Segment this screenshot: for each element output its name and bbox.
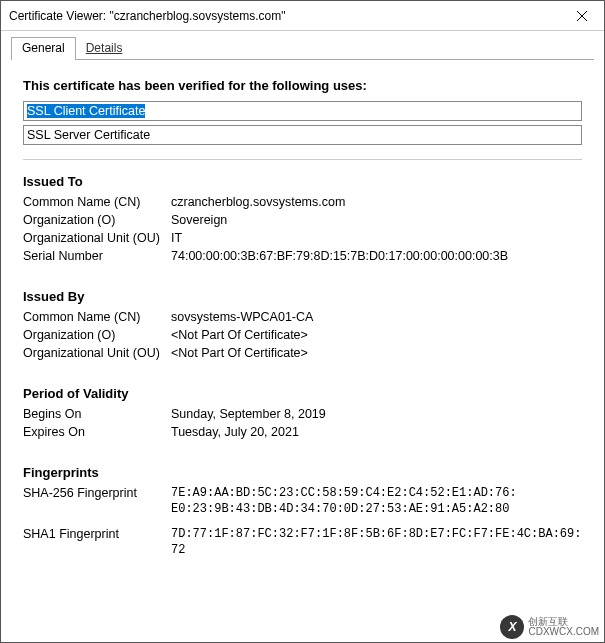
use-ssl-server-label: SSL Server Certificate [27,128,150,142]
tab-content-general: This certificate has been verified for t… [1,60,604,642]
window-title: Certificate Viewer: "czrancherblog.sovsy… [9,9,559,23]
issued-to-serial-row: Serial Number 74:00:00:00:3B:67:BF:79:8D… [23,249,582,263]
issued-to-serial-value: 74:00:00:00:3B:67:BF:79:8D:15:7B:D0:17:0… [171,249,582,263]
issued-to-o-value: Sovereign [171,213,582,227]
watermark-line2: CDXWCX.COM [528,627,599,637]
use-ssl-server[interactable]: SSL Server Certificate [23,125,582,145]
issued-by-ou-value: <Not Part Of Certificate> [171,346,582,360]
issued-to-cn-value: czrancherblog.sovsystems.com [171,195,582,209]
sha256-line2: E0:23:9B:43:DB:4D:34:70:0D:27:53:AE:91:A… [171,502,582,518]
sha1-row: SHA1 Fingerprint 7D:77:1F:87:FC:32:F7:1F… [23,527,582,558]
use-ssl-client[interactable]: SSL Client Certificate [23,101,582,121]
issued-to-o-row: Organization (O) Sovereign [23,213,582,227]
issued-by-o-row: Organization (O) <Not Part Of Certificat… [23,328,582,342]
verify-heading: This certificate has been verified for t… [23,78,582,93]
sha256-line1: 7E:A9:AA:BD:5C:23:CC:58:59:C4:E2:C4:52:E… [171,486,582,502]
sha256-label: SHA-256 Fingerprint [23,486,171,517]
issued-to-ou-value: IT [171,231,582,245]
sha1-label: SHA1 Fingerprint [23,527,171,558]
watermark-text-block: 创新互联 CDXWCX.COM [528,617,599,637]
issued-to-cn-label: Common Name (CN) [23,195,171,209]
issued-by-ou-row: Organizational Unit (OU) <Not Part Of Ce… [23,346,582,360]
validity-expires-row: Expires On Tuesday, July 20, 2021 [23,425,582,439]
validity-begins-label: Begins On [23,407,171,421]
issued-to-serial-label: Serial Number [23,249,171,263]
separator [23,159,582,160]
issued-by-o-label: Organization (O) [23,328,171,342]
close-icon [577,11,587,21]
titlebar: Certificate Viewer: "czrancherblog.sovsy… [1,1,604,31]
sha256-value: 7E:A9:AA:BD:5C:23:CC:58:59:C4:E2:C4:52:E… [171,486,582,517]
issued-to-heading: Issued To [23,174,582,189]
validity-heading: Period of Validity [23,386,582,401]
issued-to-ou-label: Organizational Unit (OU) [23,231,171,245]
tab-details[interactable]: Details [76,37,133,59]
issued-by-heading: Issued By [23,289,582,304]
validity-begins-value: Sunday, September 8, 2019 [171,407,582,421]
issued-by-cn-value: sovsystems-WPCA01-CA [171,310,582,324]
tab-general[interactable]: General [11,37,76,60]
issued-by-cn-label: Common Name (CN) [23,310,171,324]
validity-expires-value: Tuesday, July 20, 2021 [171,425,582,439]
tab-bar: General Details [1,31,604,59]
issued-to-ou-row: Organizational Unit (OU) IT [23,231,582,245]
issued-by-o-value: <Not Part Of Certificate> [171,328,582,342]
use-ssl-client-label: SSL Client Certificate [27,104,145,118]
fingerprints-heading: Fingerprints [23,465,582,480]
sha1-value: 7D:77:1F:87:FC:32:F7:1F:8F:5B:6F:8D:E7:F… [171,527,582,558]
validity-expires-label: Expires On [23,425,171,439]
close-button[interactable] [559,1,604,30]
sha256-row: SHA-256 Fingerprint 7E:A9:AA:BD:5C:23:CC… [23,486,582,517]
validity-begins-row: Begins On Sunday, September 8, 2019 [23,407,582,421]
watermark: X 创新互联 CDXWCX.COM [500,615,599,639]
issued-to-o-label: Organization (O) [23,213,171,227]
issued-to-cn-row: Common Name (CN) czrancherblog.sovsystem… [23,195,582,209]
issued-by-ou-label: Organizational Unit (OU) [23,346,171,360]
issued-by-cn-row: Common Name (CN) sovsystems-WPCA01-CA [23,310,582,324]
certificate-viewer-window: Certificate Viewer: "czrancherblog.sovsy… [0,0,605,643]
watermark-logo: X [500,615,524,639]
